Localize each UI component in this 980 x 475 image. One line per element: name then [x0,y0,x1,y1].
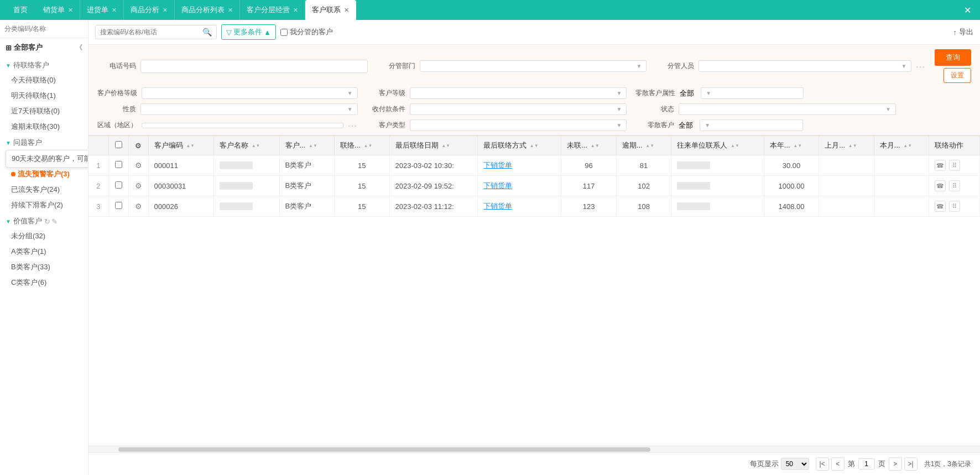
horizontal-scrollbar[interactable] [88,446,980,452]
cell-gear[interactable]: ⚙ [128,155,148,176]
action-more-icon[interactable]: ⠿ [949,201,960,212]
first-page-btn[interactable]: |< [816,457,829,471]
row-gear-icon[interactable]: ⚙ [135,181,142,190]
query-button[interactable]: 查询 [935,49,971,66]
filter-payment-select[interactable]: ▼ [410,103,627,115]
filter-customer-type-select[interactable]: ▼ [410,119,627,131]
sidebar-item-ungrouped[interactable]: 未分组(32) [0,228,88,244]
sort-last-contact-date-icon[interactable]: ▲▼ [441,143,450,148]
scrollbar-thumb[interactable] [118,447,650,452]
filter-phone-input[interactable] [140,60,368,73]
sort-contact-icon[interactable]: ▲▼ [364,143,373,148]
sort-code-icon[interactable]: ▲▼ [186,143,195,148]
my-customers-checkbox[interactable] [280,29,288,36]
last-page-btn[interactable]: >| [904,457,918,471]
filter-dept-select[interactable]: ▼ [420,60,647,72]
filter-search-input[interactable] [100,28,200,36]
select-all-checkbox[interactable] [115,141,122,148]
export-button[interactable]: ↑ 导出 [953,27,974,37]
action-contact-icon[interactable]: ☎ [935,180,946,191]
sidebar-item-a-class[interactable]: A类客户(1) [0,244,88,259]
value-group-edit-icon[interactable]: ✎ [51,217,58,226]
sort-contacts-icon[interactable]: ▲▼ [731,143,739,148]
row-checkbox[interactable] [115,181,122,189]
filter-more-btn[interactable]: ▽ 更多条件 ▲ [221,24,276,40]
sidebar-item-declining[interactable]: 持续下滑客户(2) [0,197,88,213]
sort-this-month-icon[interactable]: ▲▼ [903,143,912,148]
cell-checkbox[interactable] [108,155,128,176]
page-size-select[interactable]: 50 100 200 [781,458,809,470]
sidebar-item-churned[interactable]: 已流失客户(24) [0,182,88,197]
tab-product-analysis[interactable]: 商品分析 ✕ [124,0,175,20]
tab-home[interactable]: 首页 [4,0,37,20]
value-group-refresh-icon[interactable]: ↻ [44,217,50,226]
sort-last-month-icon[interactable]: ▲▼ [848,143,857,148]
sort-this-year-icon[interactable]: ▲▼ [793,143,802,148]
settings-button[interactable]: 设置 [943,68,971,83]
last-contact-way-link[interactable]: 下销货单 [483,161,512,169]
tab-sales-order[interactable]: 销货单 ✕ [37,0,80,20]
last-contact-way-link[interactable]: 下销货单 [483,181,512,190]
cell-checkbox[interactable] [108,196,128,217]
tab-customer-contact[interactable]: 客户联系 ✕ [305,0,356,20]
sort-last-contact-way-icon[interactable]: ▲▼ [530,143,539,148]
row-gear-icon[interactable]: ⚙ [135,161,142,170]
action-contact-icon[interactable]: ☎ [935,201,946,212]
tab-customer-layering[interactable]: 客户分层经营 ✕ [240,0,305,20]
cell-gear[interactable]: ⚙ [128,196,148,217]
sort-not-contacted-icon[interactable]: ▲▼ [591,143,600,148]
action-more-icon[interactable]: ⠿ [949,180,960,191]
filter-person-dots[interactable]: ··· [916,62,926,71]
sidebar-item-today-pending[interactable]: 今天待联络(0) [0,72,88,88]
page-number-input[interactable] [858,458,875,469]
sort-type-icon[interactable]: ▲▼ [309,143,317,148]
action-more-icon[interactable]: ⠿ [949,160,960,171]
sidebar-item-churn-warning[interactable]: 流失预警客户(3) [0,166,88,182]
prev-page-btn[interactable]: < [831,457,845,471]
cell-checkbox[interactable] [108,176,128,196]
sidebar-item-b-class[interactable]: B类客户(33) [0,259,88,275]
filter-nature-select[interactable]: ▼ [140,103,358,115]
sidebar-group-pending[interactable]: ▼ 待联络客户 [0,57,88,72]
row-checkbox[interactable] [115,202,122,209]
filter-status-select[interactable]: ▼ [679,103,896,115]
tab-purchase-order[interactable]: 进货单 ✕ [80,0,124,20]
action-contact-icon[interactable]: ☎ [935,160,946,171]
sort-overdue-icon[interactable]: ▲▼ [645,143,654,148]
col-checkbox-header[interactable] [108,136,128,155]
last-contact-way-link[interactable]: 下销货单 [483,202,512,210]
row-checkbox[interactable] [115,161,122,168]
tab-product-analysis-list-close-icon[interactable]: ✕ [228,7,233,14]
filter-person-select[interactable]: ▼ [698,60,911,72]
my-customers-checkbox-label[interactable]: 我分管的客户 [280,27,333,37]
sidebar-search-input[interactable] [4,25,87,33]
filter-level-select[interactable]: ▼ [410,87,627,99]
tab-product-analysis-list[interactable]: 商品分析列表 ✕ [175,0,240,20]
tab-purchase-close-icon[interactable]: ✕ [112,7,117,14]
tab-customer-layering-close-icon[interactable]: ✕ [293,7,298,14]
window-close-button[interactable]: ✕ [960,5,976,15]
filter-search-icon[interactable]: 🔍 [202,28,212,36]
sort-name-icon[interactable]: ▲▼ [252,143,260,148]
tab-sales-close-icon[interactable]: ✕ [68,7,73,14]
cell-gear[interactable]: ⚙ [128,176,148,196]
filter-zero-customer-select[interactable]: ▼ [700,119,802,131]
tab-product-analysis-close-icon[interactable]: ✕ [163,7,168,14]
col-gear-header[interactable]: ⚙ [128,136,148,155]
filter-zero-attr-select[interactable]: ▼ [701,87,803,99]
sidebar-item-tomorrow-pending[interactable]: 明天待联络(1) [0,88,88,103]
sidebar-collapse-icon[interactable]: 《 [76,43,82,53]
filter-price-level-select[interactable]: ▼ [142,87,358,99]
next-page-btn[interactable]: > [889,457,902,471]
filter-area-dots[interactable]: ··· [348,121,358,130]
sidebar-root-header[interactable]: ⊞ 全部客户 《 [0,38,88,57]
filter-area-select[interactable] [142,123,343,128]
sidebar-group-value[interactable]: ▼ 价值客户 ↻ ✎ [0,213,88,228]
row-gear-icon[interactable]: ⚙ [135,202,142,211]
tab-customer-contact-close-icon[interactable]: ✕ [344,7,349,14]
sidebar-item-c-class[interactable]: C类客户(6) [0,275,88,290]
sidebar-group-problem[interactable]: ▼ 问题客户 [0,134,88,150]
gear-icon[interactable]: ⚙ [135,142,142,150]
sidebar-item-overdue-pending[interactable]: 逾期未联络(30) [0,119,88,134]
sidebar-item-7days-pending[interactable]: 近7天待联络(0) [0,103,88,119]
